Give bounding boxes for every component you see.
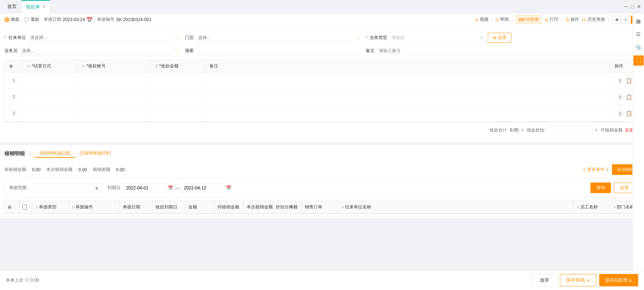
date-value: 2023-03-24	[63, 17, 85, 22]
verification-title: 核销明细	[4, 150, 25, 157]
discount-input[interactable]	[549, 126, 592, 134]
date-field: 单据日期 2023-03-24 📅	[44, 16, 93, 23]
summary-input[interactable]	[196, 47, 360, 55]
row-2-delete-icon[interactable]: 🗑	[618, 94, 623, 100]
remark-input[interactable]	[377, 47, 640, 55]
date-from-input[interactable]	[123, 184, 166, 192]
range-select[interactable]: ∨	[29, 184, 102, 192]
table-header: ⚙ ⇅ *结算方式 ⇅ *收款账号 ⇅ *收款金额 备注 操	[5, 60, 639, 72]
tab-close-icon[interactable]: ✕	[42, 4, 46, 9]
business-type-select[interactable]: 预收款 ∨	[389, 34, 486, 42]
more-conditions-label: 更多条件	[587, 166, 605, 173]
calendar-to-icon[interactable]: 📅	[226, 185, 231, 191]
help-button[interactable]: ⊙ 帮助	[495, 16, 509, 23]
row-1-delete-icon[interactable]: 🗑	[618, 78, 623, 83]
tab-done[interactable]: 已核销单据(0笔)	[75, 149, 116, 158]
shortcut-label: 快捷键	[526, 16, 539, 23]
summary-field: 摘要	[185, 47, 360, 55]
chevron-up-icon: ∧	[606, 167, 609, 172]
date-range: 📅 — 📅	[123, 184, 231, 192]
bottom-table-header: ⚙ ⇅ 单据类型 ⇅ 单据编号 单据日期 收款到期日	[5, 201, 639, 213]
bth-doc-no: ⇅ 单据编号	[69, 201, 120, 213]
sidebar-expand-icon[interactable]: ⛶	[633, 55, 644, 66]
counterparty-input[interactable]	[28, 34, 172, 42]
close-button[interactable]: ✕	[637, 4, 641, 9]
tab-receipt[interactable]: 收款单 ✕	[21, 0, 50, 13]
toolbar-right: ⊙ 视频 | ⊙ 帮助 | ⌨ 快捷键 🖨 打印 | ☰ 操作 🗂 历史单据 |…	[475, 15, 640, 24]
gear-icon-bth: ⚙	[8, 205, 12, 210]
video-button[interactable]: ⊙ 视频	[475, 16, 488, 23]
radio-refund-dot	[24, 17, 29, 22]
biz-required-mark: *	[366, 35, 368, 40]
row-1-amount[interactable]	[150, 72, 205, 89]
counterparty-field: * 往来单位 ···	[4, 34, 179, 42]
th-action-label: 操作	[614, 63, 623, 69]
view-list-button[interactable]: ≡	[621, 16, 630, 24]
verification-title-row: 核销明细 ⓘ 待核销单据(0笔) 已核销单据(0笔)	[4, 149, 640, 158]
window-controls: ─ □ ✕	[624, 4, 641, 9]
row-3-account[interactable]	[78, 105, 150, 121]
row-1-remark[interactable]	[205, 72, 610, 89]
right-sidebar: ▦ ☰ 📎 ⛶	[632, 13, 644, 270]
counterparty-more-icon[interactable]: ···	[175, 35, 179, 41]
row-3-delete-icon[interactable]: 🗑	[618, 110, 623, 116]
staff-label: 业务员	[4, 48, 17, 54]
row-2-amount[interactable]	[150, 89, 205, 105]
radio-receive[interactable]: 收款	[4, 16, 20, 23]
view-prev-button[interactable]: ◀	[612, 16, 621, 24]
row-2-remark[interactable]	[205, 89, 610, 105]
bth-doc-no-label: 单据编号	[75, 204, 93, 210]
operation-button[interactable]: ☰ 操作	[565, 16, 579, 23]
select-all-checkbox[interactable]	[22, 205, 27, 209]
sidebar-clip-icon[interactable]: 📎	[633, 42, 644, 52]
tab-pending[interactable]: 待核销单据(0笔)	[35, 149, 75, 158]
row-3-settlement[interactable]	[23, 105, 78, 121]
row-1-account[interactable]	[78, 72, 150, 89]
current-label: 本次核销金额	[46, 166, 72, 173]
more-conditions-button[interactable]: ▽ 更多条件 ∧	[583, 166, 609, 173]
help-icon: ⊙	[495, 17, 499, 22]
row-2-account[interactable]	[78, 89, 150, 105]
maximize-button[interactable]: □	[631, 4, 634, 9]
shortcut-button[interactable]: ⌨ 快捷键	[516, 15, 541, 24]
row-1-settlement[interactable]	[23, 72, 78, 89]
range-label: 单据范围	[9, 185, 27, 191]
th-account-label: *收款账号	[86, 63, 106, 69]
row-3-copy-icon[interactable]: 📋	[626, 110, 632, 116]
tab-home[interactable]: 首页	[3, 0, 21, 13]
tab-receipt-label: 收款单	[26, 4, 40, 10]
calendar-icon[interactable]: 📅	[86, 17, 93, 23]
date-to-input[interactable]	[181, 184, 224, 192]
row-2-copy-icon[interactable]: 📋	[626, 94, 632, 100]
staff-input[interactable]	[20, 47, 172, 55]
biz-type-label: 业务类型	[370, 35, 387, 41]
row-1-copy-icon[interactable]: 📋	[626, 78, 632, 83]
radio-refund[interactable]: 退款	[24, 16, 39, 23]
shop-input[interactable]	[196, 34, 353, 42]
remark-label: 备注	[366, 48, 374, 54]
calendar-from-icon[interactable]: 📅	[168, 185, 173, 191]
print-button[interactable]: 🖨 打印	[544, 16, 558, 23]
info-icon[interactable]: ⓘ	[28, 150, 32, 157]
bth-settings[interactable]: ⚙	[5, 201, 19, 213]
shop-more-icon[interactable]: ···	[356, 35, 360, 41]
row-3-remark[interactable]	[205, 105, 610, 121]
row-2-settlement[interactable]	[23, 89, 78, 105]
video-icon: ⊙	[475, 17, 479, 22]
sidebar-table-icon[interactable]: ▦	[633, 16, 644, 26]
verification-section: 核销明细 ⓘ 待核销单据(0笔) 已核销单据(0笔) 未核销金额 0.00 本次…	[0, 145, 644, 218]
doc-no-value: SK-20230324-001	[116, 17, 151, 22]
history-button[interactable]: 🗂 历史单据	[582, 16, 605, 23]
query-button[interactable]: 查询	[590, 183, 611, 193]
sidebar-list-icon[interactable]: ☰	[633, 29, 644, 39]
staff-more-icon[interactable]: ···	[175, 48, 179, 54]
minimize-button[interactable]: ─	[624, 4, 628, 9]
row-3-amount[interactable]	[150, 105, 205, 121]
search-settings-button[interactable]: 设置	[614, 183, 635, 193]
bth-checkbox[interactable]	[19, 201, 32, 213]
staff-field: 业务员 ···	[4, 47, 179, 55]
bth-pending: 待核销金额	[215, 201, 244, 213]
th-settings[interactable]: ⚙	[5, 60, 23, 72]
settings-button[interactable]: ⚙ 设置	[488, 33, 511, 43]
stats-row: 未核销金额 0.00 本次核销金额 0.00 核销差额 0.00 ▽ 更多条件 …	[4, 161, 640, 178]
